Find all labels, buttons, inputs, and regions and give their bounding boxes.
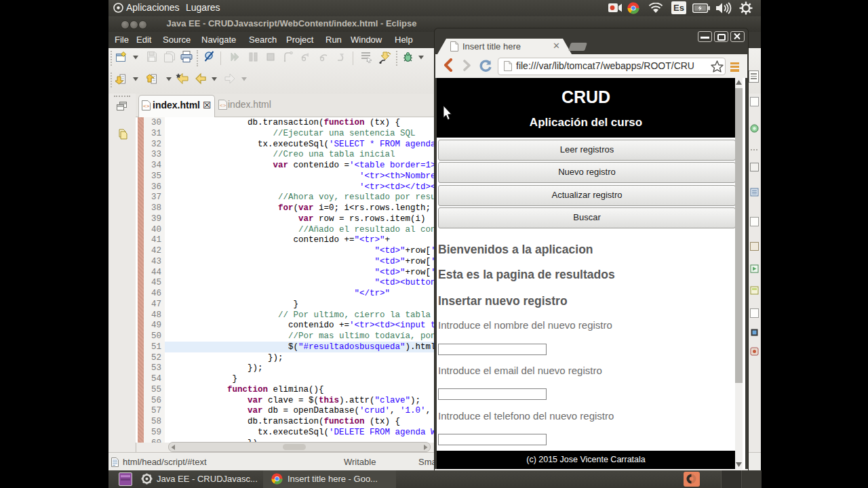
svg-text:<>: <> <box>220 102 226 108</box>
svg-text:<>: <> <box>143 103 150 109</box>
